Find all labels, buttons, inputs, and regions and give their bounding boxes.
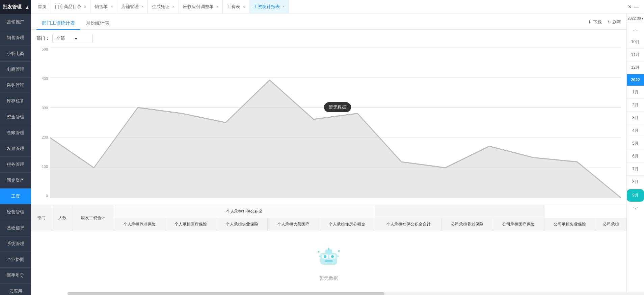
sidebar-item-ledger[interactable]: 总账管理 (0, 125, 31, 141)
date-item-oct[interactable]: 10月 (627, 36, 644, 49)
date-item-dec[interactable]: 12月 (627, 61, 644, 74)
sidebar-item-purchase[interactable]: 采购管理 (0, 78, 31, 93)
sidebar-item-invoice[interactable]: 发票管理 (0, 141, 31, 157)
dropdown-arrow-icon: ▾ (75, 36, 77, 41)
th-personal-unemployment: 个人承担失业保险 (216, 218, 268, 231)
sidebar-header[interactable]: 批发管理 ▴ (0, 0, 31, 14)
empty-icon (315, 244, 342, 271)
tab-close-payroll-report[interactable]: × (283, 5, 285, 9)
scroll-thumb[interactable] (68, 292, 384, 295)
date-nav-up[interactable]: ︿ (630, 23, 641, 36)
tab-adjustment[interactable]: 应收应付调整单 × (179, 0, 223, 13)
th-personal-pension: 个人承担养老保险 (114, 218, 165, 231)
th-company-pension: 公司承担养老保险 (441, 218, 493, 231)
date-item-nov[interactable]: 11月 (627, 49, 644, 61)
date-item-jul[interactable]: 7月 (627, 163, 644, 176)
sidebar-item-payroll[interactable]: 工资 (0, 188, 31, 204)
sidebar: 批发管理 ▴ 营销推广 销售管理 小畅电商 电商管理 采购管理 库存核算 资金管… (0, 0, 31, 295)
sidebar-item-enterprise[interactable]: 企业协同 (0, 252, 31, 268)
sidebar-header-label: 批发管理 (3, 4, 22, 10)
sidebar-item-finance[interactable]: 资金管理 (0, 109, 31, 125)
tab-store-catalog[interactable]: 门店商品目录 × (51, 0, 90, 13)
date-item-2022[interactable]: 2022 (627, 74, 644, 86)
tab-close-all-icon[interactable]: ✕ (628, 4, 632, 9)
refresh-icon: ↻ (607, 20, 611, 25)
sidebar-item-ecommerce-small[interactable]: 小畅电商 (0, 46, 31, 62)
tab-payroll-report[interactable]: 工资统计报表 × (249, 0, 289, 13)
tab-close-voucher[interactable]: × (172, 5, 174, 9)
empty-text: 暂无数据 (319, 275, 338, 282)
dept-select[interactable]: 全部 ▾ (52, 34, 93, 43)
th-company-medical: 公司承担医疗保险 (493, 218, 544, 231)
date-item-jun[interactable]: 6月 (627, 150, 644, 163)
th-personal-medical: 个人承担医疗保险 (165, 218, 216, 231)
toolbar-row: 部门： 全部 ▾ (31, 30, 626, 47)
chart-y-axis: 500 400 300 200 100 0 (36, 47, 50, 205)
date-item-jan[interactable]: 1月 (627, 86, 644, 99)
sidebar-item-sales[interactable]: 销售管理 (0, 30, 31, 46)
download-icon: ⬇ (588, 20, 592, 25)
th-company-unemployment: 公司承担失业保险 (544, 218, 595, 231)
sidebar-item-system[interactable]: 系统管理 (0, 236, 31, 252)
svg-rect-12 (319, 256, 321, 257)
download-btn[interactable]: ⬇ 下载 (588, 19, 602, 25)
date-nav-down[interactable]: ﹀ (630, 203, 641, 215)
date-panel-header[interactable]: 2022.09 ▾ (627, 13, 644, 23)
tab-monthly-stats[interactable]: 月份统计表 (80, 18, 115, 30)
sidebar-item-marketing[interactable]: 营销推广 (0, 14, 31, 30)
th-company-other: 公司承担 (595, 218, 626, 231)
page-content: 部门工资统计表 月份统计表 ⬇ 下载 ↻ 刷新 (31, 13, 644, 295)
tab-close-adjustment[interactable]: × (216, 5, 218, 9)
date-item-aug[interactable]: 8月 (627, 176, 644, 188)
tab-voucher[interactable]: 生成凭证 × (148, 0, 179, 13)
tab-close-sales-order[interactable]: × (110, 5, 112, 9)
table-header-row1: 部门 人数 应发工资合计 个人承担社保公积金 (31, 205, 626, 218)
table-section: 部门 人数 应发工资合计 个人承担社保公积金 个人承担养老保险 个人承担医疗保险 (31, 205, 626, 295)
tab-dept-payroll[interactable]: 部门工资统计表 (36, 18, 80, 30)
date-item-apr[interactable]: 4月 (627, 124, 644, 137)
date-item-mar[interactable]: 3月 (627, 112, 644, 124)
dept-label: 部门： (36, 35, 50, 41)
date-panel-title: 2022.09 (627, 16, 641, 20)
th-count: 人数 (52, 205, 73, 231)
tab-sales-order[interactable]: 销售单 × (90, 0, 117, 13)
table-wrapper[interactable]: 部门 人数 应发工资合计 个人承担社保公积金 个人承担养老保险 个人承担医疗保险 (31, 205, 626, 231)
sidebar-item-operations[interactable]: 经营管理 (0, 204, 31, 220)
sidebar-item-ecommerce[interactable]: 电商管理 (0, 62, 31, 78)
scroll-bar[interactable] (68, 292, 626, 295)
svg-rect-11 (325, 260, 333, 262)
tab-close-store-catalog[interactable]: × (84, 5, 86, 9)
th-personal-total: 个人承担社保公积金合计 (375, 218, 441, 231)
date-item-may[interactable]: 5月 (627, 137, 644, 150)
tab-minimize-icon[interactable]: — (634, 4, 639, 9)
tab-store-manage[interactable]: 店铺管理 × (117, 0, 148, 13)
date-item-feb[interactable]: 2月 (627, 99, 644, 112)
data-table: 部门 人数 应发工资合计 个人承担社保公积金 个人承担养老保险 个人承担医疗保险 (31, 205, 626, 231)
th-total-salary: 应发工资合计 (73, 205, 114, 231)
sidebar-arrow-icon: ▴ (26, 4, 28, 10)
refresh-btn[interactable]: ↻ 刷新 (607, 19, 621, 25)
chart-area: 500 400 300 200 100 0 (31, 47, 626, 205)
svg-rect-13 (336, 256, 339, 257)
sidebar-item-inventory[interactable]: 库存核算 (0, 93, 31, 109)
toolbar-left: 部门： 全部 ▾ (36, 34, 93, 43)
tab-payroll[interactable]: 工资表 × (223, 0, 249, 13)
th-company-insurance-group (375, 205, 544, 218)
sidebar-item-tax[interactable]: 税务管理 (0, 157, 31, 173)
svg-point-10 (331, 255, 334, 258)
chart-svg (50, 47, 621, 198)
sidebar-item-guide[interactable]: 新手引导 (0, 268, 31, 284)
svg-point-9 (324, 255, 326, 258)
th-dept: 部门 (31, 205, 52, 231)
sidebar-item-cloud[interactable]: 云应用 (0, 284, 31, 295)
table-header-row2: 个人承担养老保险 个人承担医疗保险 个人承担失业保险 个人承担大额医疗 个人承担… (31, 218, 626, 231)
tab-end-controls: ✕ — (625, 4, 641, 9)
sidebar-item-basic-info[interactable]: 基础信息 (0, 220, 31, 236)
inner-tabs: 部门工资统计表 月份统计表 ⬇ 下载 ↻ 刷新 (31, 13, 626, 30)
date-item-sep[interactable]: 9月 (627, 189, 644, 202)
tab-close-payroll[interactable]: × (243, 5, 245, 9)
tab-close-store-manage[interactable]: × (141, 5, 143, 9)
tab-home[interactable]: 首页 (34, 0, 51, 13)
sidebar-item-assets[interactable]: 固定资产 (0, 173, 31, 188)
dept-value: 全部 (56, 35, 65, 41)
